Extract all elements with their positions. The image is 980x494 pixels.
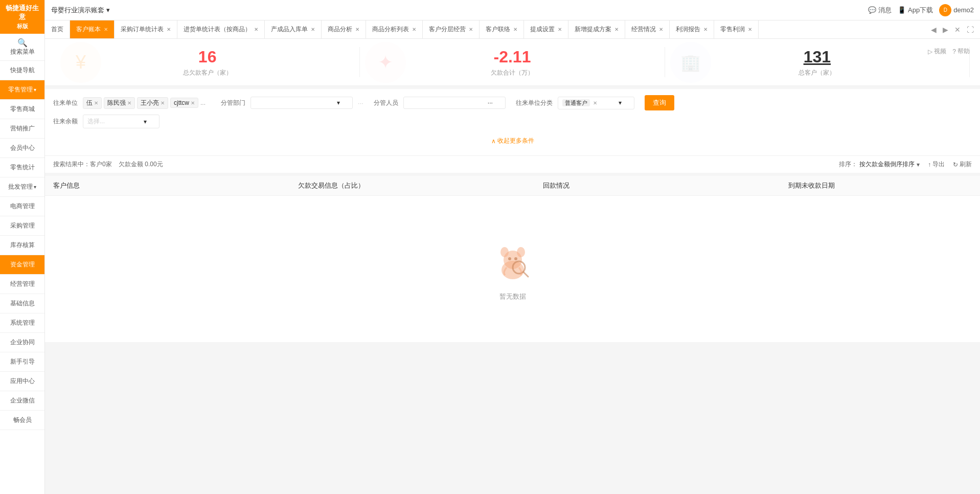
sidebar-item-retail-mall[interactable]: 零售商城 bbox=[0, 100, 44, 119]
dept-clear-icon[interactable]: ··· bbox=[358, 99, 363, 107]
tab-close-icon[interactable]: ✕ bbox=[659, 27, 663, 32]
sidebar-item-enterprise-wechat[interactable]: 企业微信 bbox=[0, 391, 44, 411]
tab-close-icon[interactable]: ✕ bbox=[167, 27, 171, 32]
sidebar-item-retail-mgmt[interactable]: 零售管理 ▾ bbox=[0, 80, 44, 100]
tab-produce-inbound[interactable]: 产成品入库单 ✕ bbox=[265, 20, 322, 39]
tab-close-icon[interactable]: ✕ bbox=[614, 27, 619, 32]
filter-row-1: 往来单位 伍 ✕ 陈民强 ✕ 王小亮 ✕ cjttcw bbox=[53, 95, 972, 110]
user-avatar-area[interactable]: D demo2 bbox=[939, 4, 974, 16]
more-tags-btn[interactable]: ... bbox=[200, 99, 206, 106]
tab-close-icon[interactable]: ✕ bbox=[104, 27, 108, 32]
tab-product-analysis-list[interactable]: 商品分析列表 ✕ bbox=[366, 20, 423, 39]
tab-close-icon[interactable]: ✕ bbox=[311, 27, 315, 32]
tab-customer-contact[interactable]: 客户联络 ✕ bbox=[480, 20, 524, 39]
sidebar-item-member-center[interactable]: 会员中心 bbox=[0, 139, 44, 158]
filter-tag-wu[interactable]: 伍 ✕ bbox=[83, 97, 102, 109]
tab-label: 进货单统计表（按商品） bbox=[184, 25, 251, 34]
tab-close-icon[interactable]: ✕ bbox=[469, 27, 473, 32]
tab-purchase-stats-product[interactable]: 进货单统计表（按商品） ✕ bbox=[177, 20, 265, 39]
filter-balance-select[interactable]: 选择... ▾ bbox=[83, 115, 159, 128]
col-customer-info: 客户信息 bbox=[53, 181, 298, 190]
filter-tag-wang[interactable]: 王小亮 ✕ bbox=[137, 97, 168, 109]
help-icon: ? bbox=[952, 48, 956, 55]
tab-commission-setting[interactable]: 提成设置 ✕ bbox=[524, 20, 568, 39]
tab-close-icon[interactable]: ✕ bbox=[513, 27, 517, 32]
tab-label: 采购订单统计表 bbox=[121, 25, 164, 34]
refresh-button[interactable]: ↻ 刷新 bbox=[953, 160, 972, 169]
stat-total-debt-customers: ¥ 16 总欠款客户（家） bbox=[55, 47, 360, 77]
stats-bar: ¥ 16 总欠款客户（家） ✦ -2.11 欠款合计（万） 🏢 131 总客户（… bbox=[45, 39, 980, 86]
sidebar-item-finance[interactable]: 资金管理 bbox=[0, 255, 44, 275]
stat-total-debt-amount: ✦ -2.11 欠款合计（万） bbox=[360, 47, 665, 77]
sort-selector[interactable]: 排序： 按欠款金额倒序排序 ▾ bbox=[839, 160, 920, 169]
sidebar-item-enterprise-collab[interactable]: 企业协同 bbox=[0, 333, 44, 352]
sidebar-item-operations[interactable]: 经营管理 bbox=[0, 275, 44, 294]
message-btn[interactable]: 💬 消息 bbox=[868, 6, 892, 15]
collapse-filters-btn[interactable]: ∧ 收起更多条件 bbox=[485, 134, 540, 147]
chevron-down-icon-2: ▾ bbox=[34, 184, 36, 190]
chevron-down-icon-sort: ▾ bbox=[917, 161, 920, 168]
table-header: 客户信息 欠款交易信息（占比） 回款情况 到期未收款日期 bbox=[45, 176, 980, 196]
tab-retail-profit[interactable]: 零售利润 ✕ bbox=[714, 20, 759, 39]
sidebar-item-member[interactable]: 畅会员 bbox=[0, 411, 44, 430]
sidebar-item-inventory[interactable]: 库存核算 bbox=[0, 236, 44, 255]
tab-customer-ledger[interactable]: 客户账本 ✕ bbox=[70, 20, 115, 39]
col-due-date: 到期未收款日期 bbox=[788, 181, 972, 190]
filter-tag-cjttcw[interactable]: cjttcw ✕ bbox=[170, 98, 198, 108]
tab-close-icon[interactable]: ✕ bbox=[412, 27, 416, 32]
enterprise-selector[interactable]: 母婴行业演示账套 ▾ bbox=[51, 6, 110, 15]
sidebar-item-marketing[interactable]: 营销推广 bbox=[0, 119, 44, 139]
sidebar-item-retail-stats[interactable]: 零售统计 bbox=[0, 158, 44, 177]
tab-label: 商品分析列表 bbox=[372, 25, 409, 34]
help-link[interactable]: ? 帮助 bbox=[952, 47, 970, 56]
tab-expand[interactable]: ⛶ bbox=[965, 25, 976, 35]
tag-close-icon[interactable]: ✕ bbox=[94, 100, 98, 106]
tag-close-icon[interactable]: ✕ bbox=[127, 100, 131, 106]
svg-point-5 bbox=[514, 257, 517, 260]
sidebar-item-basic-info[interactable]: 基础信息 bbox=[0, 294, 44, 313]
sidebar-item-wholesale-mgmt[interactable]: 批发管理 ▾ bbox=[0, 177, 44, 197]
sidebar-item-quick-nav[interactable]: 快捷导航 bbox=[0, 61, 44, 80]
filter-tag-chen[interactable]: 陈民强 ✕ bbox=[104, 97, 135, 109]
filter-dept-select[interactable]: ▾ bbox=[250, 97, 353, 109]
video-link[interactable]: ▷ 视频 bbox=[928, 47, 946, 56]
stat-icon-diamond: ✦ bbox=[365, 42, 406, 83]
export-button[interactable]: ↑ 导出 bbox=[928, 160, 945, 169]
tab-home[interactable]: 首页 bbox=[45, 20, 70, 39]
chevron-down-icon: ▾ bbox=[34, 87, 36, 93]
filter-unit-type-select[interactable]: 普通客户 ✕ ▾ bbox=[558, 97, 634, 109]
refresh-icon: ↻ bbox=[953, 161, 958, 168]
tab-close-icon[interactable]: ✕ bbox=[254, 27, 258, 32]
tag-close-icon[interactable]: ✕ bbox=[191, 100, 195, 106]
tab-close-icon[interactable]: ✕ bbox=[558, 27, 562, 32]
filter-person-label: 分管人员 bbox=[374, 99, 398, 107]
tab-close-all[interactable]: ✕ bbox=[952, 25, 963, 35]
tab-label: 商品分析 bbox=[328, 25, 352, 34]
filter-person-select[interactable]: ··· bbox=[403, 97, 506, 109]
download-icon: 📱 bbox=[898, 6, 906, 14]
tab-close-icon[interactable]: ✕ bbox=[748, 27, 752, 32]
tag-close-unit-type[interactable]: ✕ bbox=[593, 100, 597, 106]
tab-customer-tier[interactable]: 客户分层经营 ✕ bbox=[423, 20, 480, 39]
tab-add-commission[interactable]: 新增提成方案 ✕ bbox=[568, 20, 625, 39]
tab-label: 客户账本 bbox=[76, 25, 101, 34]
tab-purchase-order-stats[interactable]: 采购订单统计表 ✕ bbox=[115, 20, 177, 39]
tab-profit-report[interactable]: 利润报告 ✕ bbox=[670, 20, 714, 39]
app-download-btn[interactable]: 📱 App下载 bbox=[898, 6, 933, 15]
sidebar-item-purchase-mgmt[interactable]: 采购管理 bbox=[0, 216, 44, 236]
sidebar-item-app-center[interactable]: 应用中心 bbox=[0, 372, 44, 391]
sidebar-search[interactable]: 🔍 搜索菜单 bbox=[0, 34, 44, 61]
tab-scroll-right[interactable]: ▶ bbox=[941, 25, 950, 35]
tab-label: 客户分层经营 bbox=[429, 25, 466, 34]
sidebar-item-system-mgmt[interactable]: 系统管理 bbox=[0, 313, 44, 333]
sidebar-item-ecommerce[interactable]: 电商管理 bbox=[0, 197, 44, 216]
logo-text-1: 畅捷通好生意 bbox=[3, 4, 41, 21]
sidebar-item-new-guide[interactable]: 新手引导 bbox=[0, 352, 44, 372]
tab-close-icon[interactable]: ✕ bbox=[355, 27, 359, 32]
tab-product-analysis[interactable]: 商品分析 ✕ bbox=[322, 20, 366, 39]
query-button[interactable]: 查询 bbox=[645, 95, 674, 110]
tab-close-icon[interactable]: ✕ bbox=[703, 27, 708, 32]
tag-close-icon[interactable]: ✕ bbox=[161, 100, 165, 106]
tab-operations[interactable]: 经营情况 ✕ bbox=[625, 20, 670, 39]
tab-scroll-left[interactable]: ◀ bbox=[929, 25, 939, 35]
